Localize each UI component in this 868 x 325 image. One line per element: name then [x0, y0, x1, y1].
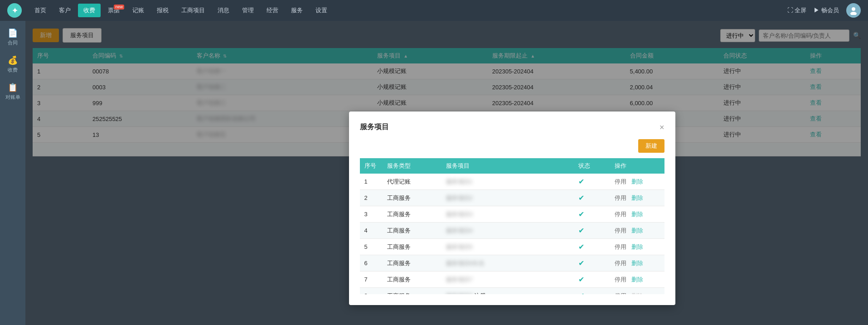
modal-cell-actions: 停用 删除 — [610, 272, 664, 288]
modal-table-row: 8 工商服务 服务项目8 注册 ✔ 停用 删除 — [360, 288, 664, 295]
stop-button[interactable]: 停用 — [615, 292, 626, 295]
sidebar-item-contract-label: 合同 — [8, 39, 18, 46]
nav-messages[interactable]: 消息 — [212, 4, 235, 17]
avatar[interactable] — [846, 3, 861, 18]
app-logo: ✦ — [7, 3, 22, 18]
modal-table-row: 3 工商服务 服务项目3 ✔ 停用 删除 — [360, 206, 664, 223]
modal-cell-type: 代理记账 — [383, 174, 441, 190]
service-items-modal: 服务项目 × 新建 序号 服务类型 服务项目 状态 操作 — [349, 112, 675, 305]
modal-table-wrapper[interactable]: 序号 服务类型 服务项目 状态 操作 1 代理记账 服务项目1 ✔ — [360, 158, 664, 294]
modal-cell-type: 工商服务 — [383, 272, 441, 288]
modal-col-action: 操作 — [610, 158, 664, 174]
sidebar-item-reconciliation[interactable]: 📋 对账单 — [1, 79, 24, 104]
stop-button[interactable]: 停用 — [615, 194, 626, 201]
modal-cell-status: ✔ — [574, 223, 610, 239]
delete-button[interactable]: 删除 — [631, 260, 643, 267]
modal-table-row: 6 工商服务 服务项目6长名 ✔ 停用 删除 — [360, 255, 664, 272]
nav-home[interactable]: 首页 — [29, 4, 52, 17]
nav-biz-projects[interactable]: 工商项目 — [176, 4, 210, 17]
modal-cell-status: ✔ — [574, 174, 610, 190]
delete-button[interactable]: 删除 — [631, 178, 643, 185]
main-content: 新增 服务项目 进行中 已完成 已取消 🔍 序号 合同编码 ⇅ 客户名称 ⇅ 服… — [25, 21, 868, 325]
billing-icon: 💰 — [8, 55, 18, 65]
modal-cell-actions: 停用 删除 — [610, 255, 664, 272]
nav-settings[interactable]: 设置 — [310, 4, 333, 17]
modal-cell-item: 服务项目4 — [441, 223, 574, 239]
nav-operation[interactable]: 经营 — [261, 4, 284, 17]
modal-cell-item: 服务项目7 — [441, 272, 574, 288]
modal-cell-seq: 4 — [360, 223, 383, 239]
delete-button[interactable]: 删除 — [631, 211, 643, 218]
modal-table-row: 7 工商服务 服务项目7 ✔ 停用 删除 — [360, 272, 664, 288]
svg-point-1 — [850, 12, 857, 15]
modal-col-item: 服务项目 — [441, 158, 574, 174]
fullscreen-button[interactable]: ⛶ 全屏 — [787, 6, 807, 15]
delete-button[interactable]: 删除 — [631, 292, 643, 295]
stop-button[interactable]: 停用 — [615, 211, 626, 218]
modal-cell-status: ✔ — [574, 206, 610, 223]
nav-billing[interactable]: 收费 — [78, 4, 101, 17]
modal-cell-actions: 停用 删除 — [610, 206, 664, 223]
modal-cell-seq: 7 — [360, 272, 383, 288]
modal-cell-status: ✔ — [574, 190, 610, 206]
top-navigation: ✦ 首页 客户 收费 票据 new 记账 报税 工商项目 消息 管理 经营 服务… — [0, 0, 868, 21]
reconciliation-icon: 📋 — [8, 82, 18, 92]
modal-title: 服务项目 — [360, 122, 389, 132]
modal-cell-item: 服务项目6长名 — [441, 255, 574, 272]
modal-table-row: 5 工商服务 服务项目5 ✔ 停用 删除 — [360, 239, 664, 255]
sidebar-item-billing[interactable]: 💰 收费 — [1, 52, 24, 77]
modal-cell-type: 工商服务 — [383, 255, 441, 272]
modal-table-body: 1 代理记账 服务项目1 ✔ 停用 删除 2 工商服务 — [360, 174, 664, 294]
sidebar-item-billing-label: 收费 — [8, 67, 18, 73]
modal-cell-item: 服务项目2 — [441, 190, 574, 206]
modal-cell-item: 服务项目3 — [441, 206, 574, 223]
nav-invoice[interactable]: 票据 new — [102, 4, 125, 17]
stop-button[interactable]: 停用 — [615, 227, 626, 234]
sidebar-item-contract[interactable]: 📄 合同 — [1, 24, 24, 50]
modal-col-seq: 序号 — [360, 158, 383, 174]
delete-button[interactable]: 删除 — [631, 276, 643, 283]
modal-table-row: 4 工商服务 服务项目4 ✔ 停用 删除 — [360, 223, 664, 239]
modal-cell-type: 工商服务 — [383, 190, 441, 206]
modal-table-header: 序号 服务类型 服务项目 状态 操作 — [360, 158, 664, 174]
top-nav-right: ⛶ 全屏 ▶ 畅会员 — [787, 3, 861, 18]
modal-table: 序号 服务类型 服务项目 状态 操作 1 代理记账 服务项目1 ✔ — [360, 158, 664, 294]
nav-tax[interactable]: 报税 — [151, 4, 174, 17]
modal-table-row: 2 工商服务 服务项目2 ✔ 停用 删除 — [360, 190, 664, 206]
nav-management[interactable]: 管理 — [237, 4, 259, 17]
stop-button[interactable]: 停用 — [615, 260, 626, 267]
modal-toolbar: 新建 — [360, 139, 664, 153]
modal-cell-actions: 停用 删除 — [610, 223, 664, 239]
modal-cell-item: 服务项目1 — [441, 174, 574, 190]
modal-cell-actions: 停用 删除 — [610, 288, 664, 295]
modal-cell-seq: 1 — [360, 174, 383, 190]
stop-button[interactable]: 停用 — [615, 243, 626, 250]
nav-service[interactable]: 服务 — [286, 4, 308, 17]
modal-cell-status: ✔ — [574, 239, 610, 255]
svg-point-0 — [852, 7, 855, 11]
modal-cell-item: 服务项目8 注册 — [441, 288, 574, 295]
modal-cell-actions: 停用 删除 — [610, 239, 664, 255]
stop-button[interactable]: 停用 — [615, 178, 626, 185]
modal-cell-status: ✔ — [574, 272, 610, 288]
delete-button[interactable]: 删除 — [631, 227, 643, 234]
modal-col-status: 状态 — [574, 158, 610, 174]
stop-button[interactable]: 停用 — [615, 276, 626, 283]
membership-button[interactable]: ▶ 畅会员 — [814, 6, 839, 15]
delete-button[interactable]: 删除 — [631, 194, 643, 201]
modal-header: 服务项目 × — [360, 122, 664, 132]
modal-cell-actions: 停用 删除 — [610, 174, 664, 190]
modal-cell-type: 工商服务 — [383, 223, 441, 239]
modal-table-row: 1 代理记账 服务项目1 ✔ 停用 删除 — [360, 174, 664, 190]
modal-new-button[interactable]: 新建 — [638, 139, 664, 153]
delete-button[interactable]: 删除 — [631, 243, 643, 250]
modal-close-button[interactable]: × — [659, 123, 664, 131]
modal-cell-item: 服务项目5 — [441, 239, 574, 255]
nav-customer[interactable]: 客户 — [53, 4, 76, 17]
modal-cell-type: 工商服务 — [383, 206, 441, 223]
modal-cell-status: ✔ — [574, 255, 610, 272]
new-badge: new — [114, 5, 124, 10]
nav-accounting[interactable]: 记账 — [127, 4, 150, 17]
modal-cell-seq: 2 — [360, 190, 383, 206]
main-layout: 📄 合同 💰 收费 📋 对账单 新增 服务项目 进行中 已完成 已取消 � — [0, 21, 868, 325]
